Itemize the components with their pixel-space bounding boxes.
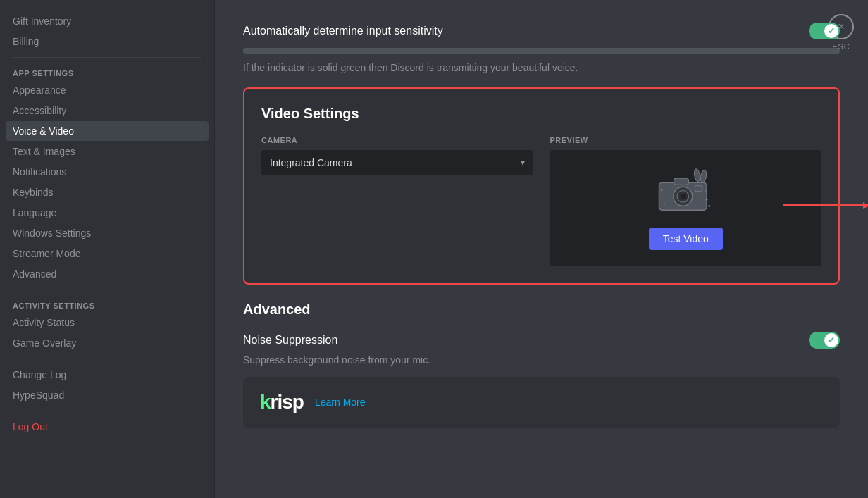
sidebar-item-label: Appearance — [13, 85, 66, 96]
krisp-k: k — [260, 391, 271, 413]
sidebar-item-keybinds[interactable]: Keybinds — [6, 182, 209, 202]
camera-label: CAMERA — [261, 136, 533, 144]
sidebar-item-billing[interactable]: Billing — [6, 32, 209, 51]
sidebar-item-game-overlay[interactable]: Game Overlay — [6, 333, 209, 353]
preview-box: Test Video — [550, 150, 822, 266]
svg-point-12 — [664, 203, 665, 204]
krisp-banner: krisp Learn More — [243, 377, 840, 428]
learn-more-link[interactable]: Learn More — [315, 397, 366, 408]
app-settings-label: APP SETTINGS — [6, 63, 209, 80]
test-video-button[interactable]: Test Video — [649, 228, 723, 250]
svg-point-9 — [659, 196, 660, 197]
sidebar-item-gift-inventory[interactable]: Gift Inventory — [6, 11, 209, 31]
esc-label: ESC — [832, 42, 850, 51]
activity-settings-label: ACTIVITY SETTINGS — [6, 296, 209, 313]
video-settings-box: Video Settings CAMERA Integrated Camera … — [243, 87, 840, 285]
sidebar-item-label: Windows Settings — [13, 228, 91, 239]
sidebar-item-label: Voice & Video — [13, 125, 74, 137]
svg-point-10 — [706, 198, 708, 200]
noise-suppression-description: Suppress background noise from your mic. — [243, 354, 840, 366]
toggle-knob-noise — [824, 333, 838, 347]
sidebar-item-label: Log Out — [13, 421, 48, 432]
sensitivity-bar-container — [243, 48, 840, 54]
sidebar-item-label: Language — [13, 207, 56, 218]
sidebar-divider-2 — [13, 290, 202, 290]
auto-sensitivity-toggle[interactable] — [809, 23, 840, 39]
sidebar-item-accessibility[interactable]: Accessibility — [6, 101, 209, 120]
sidebar-item-activity-status[interactable]: Activity Status — [6, 313, 209, 332]
sidebar-item-label: Activity Status — [13, 317, 75, 328]
sidebar-item-notifications[interactable]: Notifications — [6, 162, 209, 182]
sidebar-item-label: Keybinds — [13, 187, 54, 198]
chevron-down-icon: ▾ — [521, 158, 525, 168]
sidebar-item-label: HypeSquad — [13, 390, 64, 401]
sidebar-item-streamer-mode[interactable]: Streamer Mode — [6, 244, 209, 263]
svg-rect-4 — [674, 178, 689, 185]
svg-rect-5 — [695, 185, 703, 191]
krisp-logo: krisp — [260, 391, 304, 413]
toggle-knob — [824, 24, 838, 38]
svg-point-7 — [700, 169, 707, 182]
sidebar-item-label: Change Log — [13, 369, 66, 380]
sidebar-item-label: Accessibility — [13, 105, 66, 116]
svg-point-6 — [693, 168, 701, 182]
sidebar-divider-3 — [13, 359, 202, 359]
sidebar-item-label: Streamer Mode — [13, 248, 80, 259]
sidebar: Gift Inventory Billing APP SETTINGS Appe… — [0, 0, 215, 498]
sidebar-item-label: Game Overlay — [13, 337, 76, 349]
sidebar-item-label: Notifications — [13, 166, 66, 178]
sidebar-item-change-log[interactable]: Change Log — [6, 365, 209, 385]
sidebar-divider — [13, 57, 202, 58]
top-bar: Automatically determine input sensitivit… — [243, 23, 840, 73]
auto-sensitivity-label: Automatically determine input sensitivit… — [243, 25, 443, 37]
arrow-indicator — [783, 204, 868, 206]
sidebar-item-label: Advanced — [13, 268, 56, 280]
sidebar-item-hypesquad[interactable]: HypeSquad — [6, 385, 209, 405]
camera-dropdown[interactable]: Integrated Camera ▾ — [261, 150, 533, 175]
sensitivity-description: If the indicator is solid green then Dis… — [243, 62, 840, 73]
camera-icon-area — [654, 167, 717, 216]
svg-point-13 — [709, 204, 711, 206]
advanced-section: Advanced Noise Suppression Suppress back… — [243, 301, 840, 428]
sensitivity-bar — [243, 48, 840, 54]
svg-point-3 — [681, 194, 686, 199]
camera-value: Integrated Camera — [270, 157, 352, 168]
sidebar-item-windows-settings[interactable]: Windows Settings — [6, 223, 209, 243]
main-content: × ESC Automatically determine input sens… — [215, 0, 868, 498]
sidebar-item-voice-video[interactable]: Voice & Video — [6, 121, 209, 141]
noise-suppression-toggle[interactable] — [809, 332, 840, 349]
sidebar-item-language[interactable]: Language — [6, 203, 209, 223]
camera-placeholder-icon — [654, 167, 717, 216]
sidebar-divider-4 — [13, 411, 202, 411]
svg-point-8 — [661, 189, 663, 191]
sidebar-item-advanced[interactable]: Advanced — [6, 264, 209, 284]
svg-point-11 — [705, 190, 707, 192]
preview-section: PREVIEW — [550, 136, 822, 266]
sidebar-item-label: Text & Images — [13, 146, 75, 157]
sidebar-item-log-out[interactable]: Log Out — [6, 417, 209, 437]
sidebar-item-text-images[interactable]: Text & Images — [6, 142, 209, 161]
camera-section: CAMERA Integrated Camera ▾ — [261, 136, 533, 266]
camera-dropdown-inner: Integrated Camera ▾ — [270, 157, 525, 168]
sidebar-item-label: Billing — [13, 36, 39, 47]
advanced-title: Advanced — [243, 301, 840, 318]
video-settings-title: Video Settings — [261, 106, 822, 122]
noise-suppression-row: Noise Suppression — [243, 332, 840, 349]
noise-suppression-label: Noise Suppression — [243, 334, 337, 347]
video-settings-grid: CAMERA Integrated Camera ▾ PREVIEW — [261, 136, 822, 266]
krisp-text: risp — [271, 391, 304, 413]
sidebar-item-label: Gift Inventory — [13, 15, 71, 27]
auto-sensitivity-row: Automatically determine input sensitivit… — [243, 23, 840, 48]
preview-label: PREVIEW — [550, 136, 822, 144]
sidebar-item-appearance[interactable]: Appearance — [6, 80, 209, 100]
